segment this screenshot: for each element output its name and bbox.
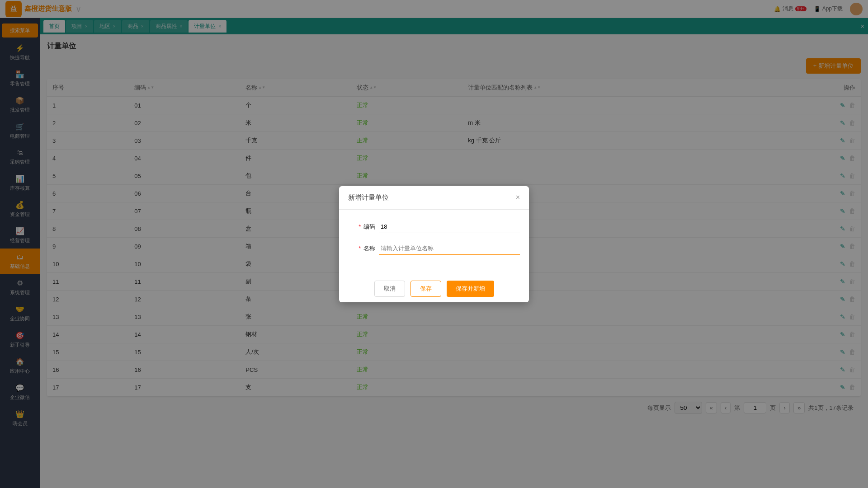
name-required-mark: * [359, 245, 361, 252]
modal-footer: 取消 保存 保存并新增 [339, 275, 529, 302]
code-input[interactable] [379, 221, 520, 233]
modal-body: * 编码 * 名称 [339, 210, 529, 275]
save-button[interactable]: 保存 [410, 281, 441, 297]
save-and-new-button[interactable]: 保存并新增 [447, 281, 494, 297]
modal-title: 新增计量单位 [348, 193, 389, 202]
code-form-item: * 编码 [348, 221, 520, 233]
add-unit-modal: 新增计量单位 × * 编码 * 名称 取消 保存 保存并新增 [339, 186, 529, 302]
code-required-mark: * [359, 223, 361, 230]
cancel-button[interactable]: 取消 [374, 281, 405, 297]
modal-header: 新增计量单位 × [339, 186, 529, 210]
modal-overlay: 新增计量单位 × * 编码 * 名称 取消 保存 保存并新增 [0, 0, 868, 488]
name-label: * 名称 [348, 244, 375, 253]
name-input[interactable] [379, 242, 520, 255]
code-label: * 编码 [348, 223, 375, 231]
name-form-item: * 名称 [348, 242, 520, 255]
modal-close-button[interactable]: × [516, 193, 520, 202]
